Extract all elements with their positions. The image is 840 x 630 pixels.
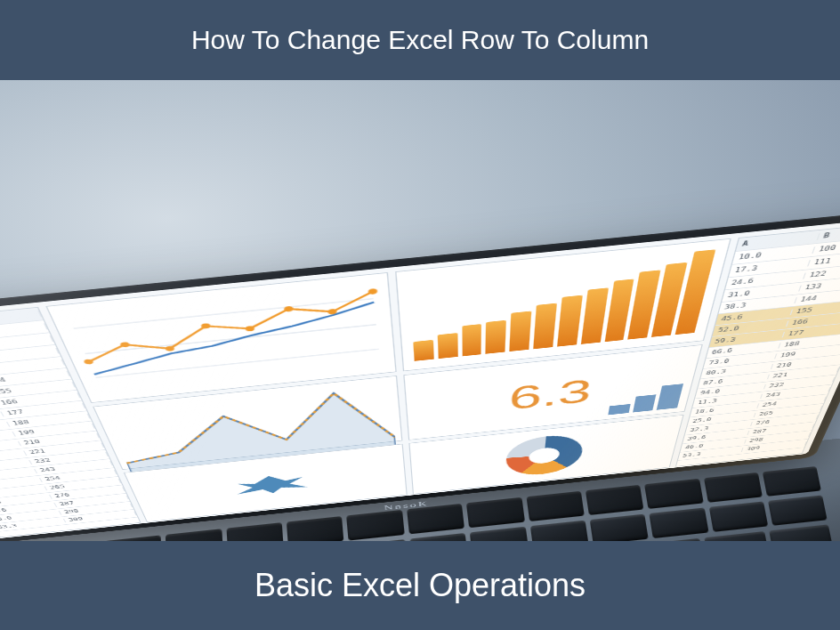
bottom-banner-text: Basic Excel Operations xyxy=(254,567,586,604)
bottom-banner: Basic Excel Operations xyxy=(0,541,840,630)
pie-hole xyxy=(529,446,561,464)
laptop-scene: AB10.010017.311124.612231.013338.314445.… xyxy=(0,80,840,541)
big-number-value: 6.3 xyxy=(508,370,594,416)
svg-point-8 xyxy=(284,305,294,311)
bird-icon xyxy=(228,465,312,501)
top-banner-text: How To Change Excel Row To Column xyxy=(191,25,649,55)
line-chart-icon xyxy=(57,279,388,393)
pie-chart-icon xyxy=(505,432,586,477)
svg-point-10 xyxy=(368,287,378,294)
top-banner: How To Change Excel Row To Column xyxy=(0,0,840,80)
mini-bar-chart-icon xyxy=(608,380,683,414)
laptop: AB10.010017.311124.612231.013338.314445.… xyxy=(0,97,840,541)
bar-chart-icon xyxy=(404,246,721,361)
